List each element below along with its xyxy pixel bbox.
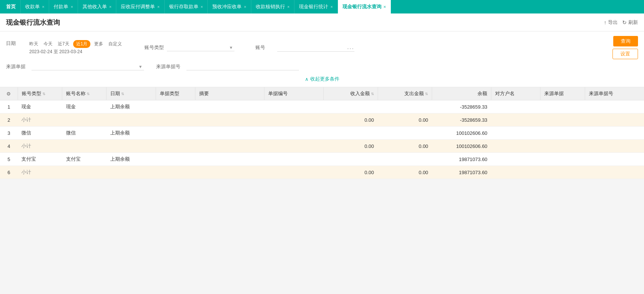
sort-icon-acct-type[interactable]: ⇅	[42, 92, 45, 96]
cell-summary	[195, 127, 264, 140]
nav-tab-0[interactable]: 收款单 ×	[21, 0, 49, 13]
th-acct-name: 账号名称 ⇅	[62, 87, 107, 100]
cell-src-doc-no	[585, 166, 644, 179]
cell-doc-type	[156, 113, 195, 127]
cell-src-doc-no	[585, 140, 644, 153]
account-no-input[interactable]	[277, 43, 345, 51]
sort-icon-income[interactable]: ⇅	[371, 92, 374, 96]
th-settings[interactable]: ⚙	[0, 87, 18, 100]
setting-button[interactable]: 设置	[612, 49, 638, 59]
cell-src-doc-no	[585, 113, 644, 127]
close-icon-1[interactable]: ×	[71, 4, 73, 9]
close-icon-4[interactable]: ×	[201, 4, 203, 9]
th-summary: 摘要	[195, 87, 264, 100]
src-doc-select[interactable]	[32, 63, 144, 70]
cell-acct-type: 现金	[18, 100, 62, 113]
cell-acct-type: 支付宝	[18, 153, 62, 166]
close-icon-2[interactable]: ×	[109, 4, 111, 9]
query-button[interactable]: 查询	[613, 36, 638, 46]
cell-date	[107, 113, 156, 127]
th-counterparty: 对方户名	[491, 87, 540, 100]
th-balance: 余额	[432, 87, 491, 100]
cell-balance: 100102606.60	[432, 140, 491, 153]
th-doc-no: 单据编号	[264, 87, 324, 100]
cell-date	[107, 166, 156, 179]
account-type-select[interactable]: 现金 微信 支付宝	[167, 44, 234, 51]
date-today[interactable]: 今天	[42, 40, 54, 48]
refresh-button[interactable]: ↻ 刷新	[622, 19, 638, 26]
cell-src-doc-no	[585, 100, 644, 113]
date-more[interactable]: 更多	[93, 40, 105, 48]
sort-icon-date[interactable]: ⇅	[121, 92, 124, 96]
sort-icon-expense[interactable]: ⇅	[425, 92, 428, 96]
cell-acct-type: 小计	[18, 166, 62, 179]
header-actions: ↑ 导出 ↻ 刷新	[604, 19, 638, 26]
date-options-wrap: 昨天 今天 近7天 近1月 更多 自定义 2023-02-24 至 2023-0…	[28, 40, 123, 55]
cell-doc-type	[156, 153, 195, 166]
account-no-dots-button[interactable]: ...	[347, 44, 354, 51]
cell-counterparty	[491, 100, 540, 113]
cell-counterparty	[491, 127, 540, 140]
cell-no: 1	[0, 100, 18, 113]
cell-src-doc-no	[585, 153, 644, 166]
close-icon-3[interactable]: ×	[157, 4, 159, 9]
cell-income	[323, 153, 378, 166]
nav-tab-5[interactable]: 预收冲应收单 ×	[208, 0, 251, 13]
cell-acct-name: 微信	[62, 127, 107, 140]
account-no-wrap: ...	[277, 43, 354, 52]
date-filter-group: 日期 昨天 今天 近7天 近1月 更多 自定义 2023-02-24 至 202…	[6, 40, 123, 55]
cell-acct-type: 微信	[18, 127, 62, 140]
table-row: 2 小计 0.00 0.00 -3528659.33	[0, 113, 644, 127]
cell-income: 0.00	[323, 166, 378, 179]
cell-no: 5	[0, 153, 18, 166]
close-icon-8[interactable]: ×	[384, 4, 386, 9]
cell-doc-no	[264, 113, 324, 127]
account-no-group: 账号 ...	[255, 43, 354, 52]
nav-tab-1[interactable]: 付款单 ×	[49, 0, 78, 13]
cell-income: 0.00	[323, 140, 378, 153]
cell-doc-no	[264, 140, 324, 153]
cell-doc-type	[156, 140, 195, 153]
src-doc-label: 来源单据	[6, 63, 26, 70]
nav-tab-7[interactable]: 现金银行统计 ×	[294, 0, 338, 13]
nav-tab-6[interactable]: 收款核销执行 ×	[251, 0, 294, 13]
cell-income	[323, 100, 378, 113]
sort-icon-acct-name[interactable]: ⇅	[87, 92, 90, 96]
close-icon-6[interactable]: ×	[287, 4, 290, 9]
src-doc-no-input[interactable]	[186, 63, 299, 70]
nav-tab-3[interactable]: 应收应付调整单 ×	[116, 0, 164, 13]
date-7days[interactable]: 近7天	[56, 40, 71, 48]
nav-tab-4[interactable]: 银行存取款单 ×	[165, 0, 208, 13]
collapse-bar[interactable]: ∧ 收起更多条件	[6, 74, 638, 82]
cell-date: 上期余额	[107, 127, 156, 140]
filter-row-2: 来源单据 ▼ 来源单据号	[6, 63, 638, 70]
date-custom[interactable]: 自定义	[107, 40, 123, 48]
cell-balance: -3528659.33	[432, 113, 491, 127]
settings-icon: ⚙	[6, 91, 11, 97]
th-expense: 支出金额 ⇅	[378, 87, 432, 100]
table-row: 3 微信 微信 上期余额 100102606.60	[0, 127, 644, 140]
th-income: 收入金额 ⇅	[323, 87, 378, 100]
cell-income	[323, 127, 378, 140]
date-1month[interactable]: 近1月	[73, 40, 91, 48]
cell-doc-type	[156, 166, 195, 179]
filter-area: 日期 昨天 今天 近7天 近1月 更多 自定义 2023-02-24 至 202…	[0, 31, 644, 87]
cell-expense: 0.00	[378, 113, 432, 127]
cell-summary	[195, 113, 264, 127]
close-icon-7[interactable]: ×	[330, 4, 333, 9]
cell-src-doc	[540, 113, 585, 127]
th-doc-type: 单据类型	[156, 87, 195, 100]
date-yesterday[interactable]: 昨天	[28, 40, 40, 48]
cell-summary	[195, 140, 264, 153]
close-icon-0[interactable]: ×	[42, 4, 44, 9]
cell-date	[107, 140, 156, 153]
export-button[interactable]: ↑ 导出	[604, 19, 618, 26]
cell-acct-name: 支付宝	[62, 153, 107, 166]
close-icon-5[interactable]: ×	[244, 4, 246, 9]
nav-home[interactable]: 首页	[2, 0, 21, 13]
th-src-doc: 来源单据	[540, 87, 585, 100]
cell-income: 0.00	[323, 113, 378, 127]
nav-tab-8[interactable]: 现金银行流水查询 ×	[338, 0, 391, 13]
nav-tab-2[interactable]: 其他收入单 ×	[78, 0, 116, 13]
cell-counterparty	[491, 113, 540, 127]
